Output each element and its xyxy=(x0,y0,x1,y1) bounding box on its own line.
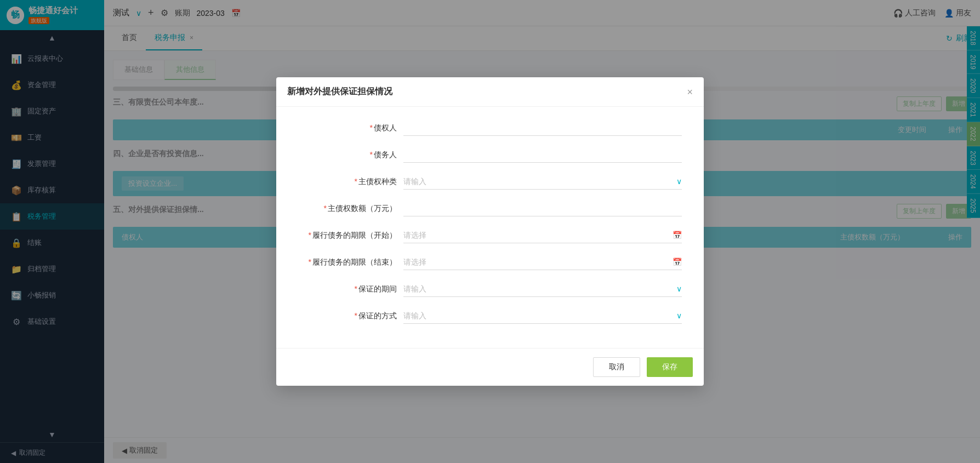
select-wrap-guarantee-method[interactable]: ∨ xyxy=(403,308,682,324)
save-button[interactable]: 保存 xyxy=(647,357,693,377)
label-claim-amount: *主债权数额（万元） xyxy=(298,204,397,214)
modal-footer: 取消 保存 xyxy=(276,348,704,386)
modal-header: 新增对外提供保证担保情况 × xyxy=(276,77,704,107)
input-wrap-debtor xyxy=(403,147,682,163)
select-wrap-claim-type[interactable]: ∨ xyxy=(403,174,682,190)
input-claim-amount[interactable] xyxy=(403,201,682,216)
label-guarantee-method: *保证的方式 xyxy=(298,311,397,321)
form-row-claim-type: *主债权种类 ∨ xyxy=(298,174,682,190)
date-wrap-period-end: 📅 xyxy=(403,254,682,270)
form-row-claim-amount: *主债权数额（万元） xyxy=(298,201,682,216)
label-period-end: *履行债务的期限（结束） xyxy=(298,258,397,267)
label-period-start: *履行债务的期限（开始） xyxy=(298,231,397,241)
form-row-guarantee-method: *保证的方式 ∨ xyxy=(298,308,682,324)
label-guarantee-period: *保证的期间 xyxy=(298,284,397,294)
input-creditor[interactable] xyxy=(403,120,682,136)
input-period-end[interactable] xyxy=(403,254,682,270)
label-claim-type: *主债权种类 xyxy=(298,177,397,187)
input-guarantee-method[interactable] xyxy=(403,308,682,323)
cancel-button[interactable]: 取消 xyxy=(593,357,640,377)
input-wrap-claim-amount xyxy=(403,201,682,216)
form-row-guarantee-period: *保证的期间 ∨ xyxy=(298,281,682,297)
period-start-calendar-icon[interactable]: 📅 xyxy=(673,231,682,239)
modal-overlay: 新增对外提供保证担保情况 × *债权人 *债务人 xyxy=(0,0,980,463)
form-row-period-start: *履行债务的期限（开始） 📅 xyxy=(298,227,682,243)
input-claim-type[interactable] xyxy=(403,174,682,189)
form-row-debtor: *债务人 xyxy=(298,147,682,163)
label-creditor: *债权人 xyxy=(298,123,397,133)
modal-body: *债权人 *债务人 *主债权种类 xyxy=(276,107,704,348)
form-row-period-end: *履行债务的期限（结束） 📅 xyxy=(298,254,682,270)
input-guarantee-period[interactable] xyxy=(403,281,682,296)
select-wrap-guarantee-period[interactable]: ∨ xyxy=(403,281,682,297)
input-period-start[interactable] xyxy=(403,227,682,243)
label-debtor: *债务人 xyxy=(298,150,397,160)
input-debtor[interactable] xyxy=(403,147,682,163)
input-wrap-creditor xyxy=(403,120,682,136)
date-wrap-period-start: 📅 xyxy=(403,227,682,243)
form-row-creditor: *债权人 xyxy=(298,120,682,136)
period-end-calendar-icon[interactable]: 📅 xyxy=(673,258,682,266)
modal-dialog: 新增对外提供保证担保情况 × *债权人 *债务人 xyxy=(276,77,704,386)
modal-title: 新增对外提供保证担保情况 xyxy=(287,86,392,98)
modal-close-button[interactable]: × xyxy=(687,87,693,97)
